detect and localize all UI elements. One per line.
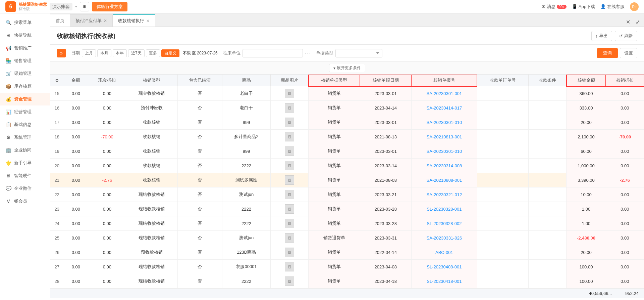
counterparty-input[interactable] (243, 49, 303, 57)
date-btn-7days[interactable]: 近7天 (128, 49, 145, 57)
verify-bill-no-link[interactable]: SL-20230328-002 (427, 221, 462, 226)
cell-include-settled: 否 (177, 144, 222, 159)
query-btn[interactable]: 查询 (597, 48, 618, 58)
verify-bill-no-link[interactable]: SL-20230328-001 (427, 207, 462, 212)
cell-receipt-condition (529, 231, 567, 245)
verify-bill-no-link[interactable]: SA-20230331-026 (427, 235, 462, 241)
sidebar: 🔍 搜索菜单 ⊞ 快捷导航 📢 营销推广 🏪 销售管理 🛒 采购管理 📦 库存核… (0, 13, 50, 300)
verify-bill-no-link[interactable]: SA-20210813-001 (427, 134, 462, 139)
verify-bill-no-link[interactable]: SA-20230314-008 (427, 163, 462, 168)
receipt-type-label: 单据类型 (316, 50, 333, 56)
company-name[interactable]: 演示账套 (50, 3, 72, 10)
cell-receipt-order-no (477, 260, 528, 274)
col-header-gear[interactable]: ⚙ (50, 75, 64, 86)
sidebar-item-finance[interactable]: 💰 资金管理 (0, 93, 50, 105)
cell-receipt-order-no (477, 216, 528, 231)
sidebar-item-search[interactable]: 🔍 搜索菜单 (0, 16, 50, 29)
sidebar-label-hardware: 智能硬件 (14, 173, 32, 179)
tab-prepay-close[interactable]: ✕ (104, 18, 107, 23)
date-btn-this-year[interactable]: 本年 (113, 49, 127, 57)
online-service-btn[interactable]: 👤 在线客服 (600, 4, 625, 10)
verify-bill-no-link[interactable]: SA-20230301-010 (427, 149, 462, 154)
table-container: ⚙ 余额 现金折扣 核销类型 包含已结清 商品 商品图片 核销单据类型 核销单报… (50, 75, 644, 300)
cell-include-settled: 否 (177, 159, 222, 173)
filter-expand-btn[interactable]: » (57, 49, 66, 57)
sidebar-item-marketing[interactable]: 📢 营销推广 (0, 42, 50, 54)
verify-bill-no-link[interactable]: SA-20230414-017 (427, 105, 462, 111)
cell-verify-bill-date: 2023-03-01 (360, 115, 411, 130)
verify-bill-no-link[interactable]: SL-20230418-001 (427, 279, 462, 284)
tab-prepay[interactable]: 预付冲应付单 ✕ (70, 14, 113, 27)
company-dropdown-arrow[interactable]: ▾ (75, 4, 77, 9)
product-image: 🖼 (285, 175, 294, 185)
cell-product: 老白干 (222, 101, 270, 115)
cell-no: 19 (50, 144, 64, 159)
sidebar-item-business[interactable]: 📊 经营管理 (0, 105, 50, 118)
tab-collect[interactable]: 收款核销执行 ✕ (113, 14, 155, 27)
verify-bill-no-link[interactable]: SA-20210808-001 (427, 178, 462, 183)
cell-verify-bill-date: 2023-04-14 (360, 101, 411, 115)
tab-close-all-btn[interactable]: ✕ (625, 17, 632, 27)
verify-bill-no-link[interactable]: SA-20230301-010 (427, 120, 462, 125)
receipt-type-select[interactable] (335, 49, 382, 57)
sales-icon: 🏪 (5, 58, 11, 63)
cell-product-img: 🖼 (271, 216, 309, 231)
tab-bar: 首页 预付冲应付单 ✕ 收款核销执行 ✕ ✕ ⤢ (50, 13, 644, 27)
tab-home[interactable]: 首页 (50, 14, 70, 27)
cell-verify-type: 现结收款核销 (126, 202, 177, 216)
sidebar-item-vip[interactable]: V 畅会员 (0, 195, 50, 208)
date-btn-more[interactable]: 更多 (146, 49, 160, 57)
cell-balance: 0.00 (64, 202, 88, 216)
refresh-btn[interactable]: ↺ 刷新 (615, 31, 637, 41)
cell-no: 18 (50, 130, 64, 144)
message-btn[interactable]: ✉ 消息 99+ (542, 4, 567, 10)
cell-balance: 0.00 (64, 115, 88, 130)
sidebar-item-base[interactable]: 📋 基础信息 (0, 118, 50, 131)
cell-include-settled: 否 (177, 216, 222, 231)
sidebar-item-nav[interactable]: ⊞ 快捷导航 (0, 29, 50, 42)
filter-settings-btn[interactable]: 设置 (620, 48, 637, 58)
footer-total-amount: 40,556,66... (589, 291, 612, 296)
industry-btn[interactable]: 体验行业方案 (92, 2, 127, 11)
product-image: 🖼 (285, 118, 294, 127)
cell-cash-discount: -70.00 (88, 130, 126, 144)
cell-verify-bill-type: 销货单 (309, 173, 360, 187)
col-header-verify-bill-date: 核销单报日期 (360, 75, 411, 86)
date-btn-custom[interactable]: 自定义 (161, 49, 179, 57)
cell-no: 17 (50, 115, 64, 130)
verify-bill-no-link[interactable]: SL-20230408-001 (427, 264, 462, 269)
export-btn[interactable]: ↑ 导出 (591, 31, 612, 41)
cell-verify-amount: 1.00 (567, 202, 606, 216)
cell-cash-discount: 0.00 (88, 202, 126, 216)
sidebar-item-wechat[interactable]: 💬 企业微信 (0, 182, 50, 195)
sidebar-item-company[interactable]: 🏢 企业协同 (0, 144, 50, 157)
sidebar-item-sales[interactable]: 🏪 销售管理 (0, 54, 50, 67)
sidebar-item-guide[interactable]: 🌟 新手引导 (0, 157, 50, 169)
sidebar-item-system[interactable]: ⚙ 系统管理 (0, 131, 50, 144)
cell-product: 多计量商品2 (222, 130, 270, 144)
cell-verify-bill-no: ABC-001 (411, 245, 477, 260)
user-avatar[interactable]: Rit (630, 2, 639, 11)
sidebar-item-hardware[interactable]: 🖥 智能硬件 (0, 169, 50, 182)
cell-no: 26 (50, 245, 64, 260)
date-btn-this-month[interactable]: 本月 (97, 49, 111, 57)
page-header: 收款核销执行(按收款) ↑ 导出 ↺ 刷新 (50, 27, 644, 45)
cell-product: 999 (222, 115, 270, 130)
verify-bill-no-link[interactable]: ABC-001 (435, 250, 453, 255)
nav-icon: ⊞ (5, 33, 11, 38)
sidebar-item-purchase[interactable]: 🛒 采购管理 (0, 67, 50, 80)
brand-name-line2: 标准版 (19, 7, 47, 11)
app-download-btn[interactable]: 📱 App下载 (572, 4, 595, 10)
expand-more-btn[interactable]: ▾ 展开更多条件 (329, 64, 365, 72)
app-icon: 📱 (572, 4, 577, 9)
sidebar-item-inventory[interactable]: 📦 库存核算 (0, 80, 50, 93)
tab-collect-close[interactable]: ✕ (146, 18, 150, 23)
tab-expand-btn[interactable]: ⤢ (634, 17, 641, 27)
verify-bill-no-link[interactable]: SA-20230301-001 (427, 91, 462, 96)
filter-bar: » 日期 上月 本月 本年 近7天 更多 自定义 不限 至 2023-07-26 (50, 45, 644, 62)
settings-icon[interactable]: ⚙ (80, 2, 89, 11)
date-btn-last-month[interactable]: 上月 (82, 49, 96, 57)
cell-receipt-order-no (477, 115, 528, 130)
verify-bill-no-link[interactable]: SA-20230321-012 (427, 192, 462, 197)
filter-sep: ··· (305, 51, 311, 56)
